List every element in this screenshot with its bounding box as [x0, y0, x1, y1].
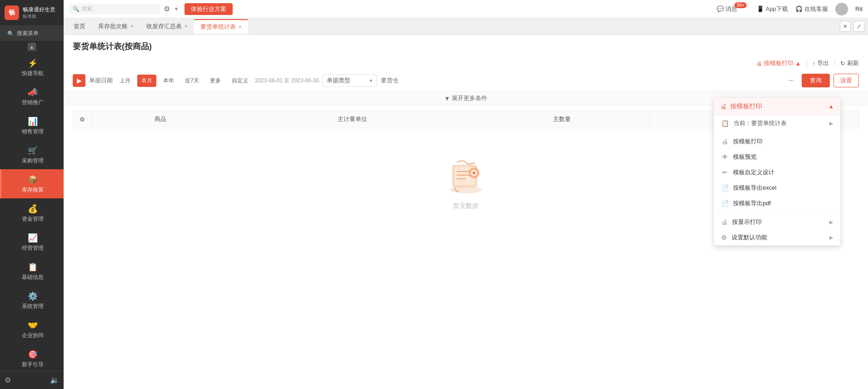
sound-icon[interactable]: 🔉: [50, 376, 59, 384]
settings-icon[interactable]: ⚙: [5, 376, 11, 384]
tab-maximize-btn[interactable]: ⤢: [853, 21, 864, 32]
user-avatar[interactable]: [835, 3, 848, 15]
refresh-icon: ↻: [840, 60, 845, 67]
col-settings[interactable]: ⚙: [73, 111, 91, 128]
template-preview-icon: 👁: [721, 153, 728, 161]
refresh-link[interactable]: ↻ 刷新: [840, 59, 859, 67]
cooperation-icon: 🤝: [28, 320, 38, 330]
sales-icon: 📊: [28, 116, 38, 126]
order-type-section: 单据类型 ▼: [323, 74, 377, 87]
tab-receipt-summary[interactable]: 收发存汇总表 ×: [140, 20, 194, 33]
app-logo-text: 畅康通好生意 标准版: [23, 6, 55, 20]
online-support-area[interactable]: 🎧 在线客服: [795, 5, 828, 13]
date-current-month-btn[interactable]: 本月: [137, 75, 156, 87]
dropdown-template-export-excel[interactable]: 📄 按模板导出excel: [714, 180, 840, 196]
date-custom-btn[interactable]: 自定义: [228, 75, 252, 87]
tab-close-inventory-batch[interactable]: ×: [130, 23, 134, 30]
divider2: [834, 60, 835, 67]
purchase-icon: 🛒: [28, 146, 38, 156]
sidebar-item-inventory[interactable]: 📦 库存核算: [0, 169, 64, 198]
page-header: 要货单统计表(按商品): [64, 35, 868, 56]
app-download-area[interactable]: 📱 App下载: [757, 5, 788, 13]
top-action-row: 🖨 按模板打印 ▲ ↑ 导出 ↻ 刷新: [64, 56, 868, 70]
dropdown-header[interactable]: 🖨 按模板打印 ▲: [714, 98, 840, 116]
dropdown-template-preview[interactable]: 👁 模板预览: [714, 149, 840, 165]
sidebar-item-basic[interactable]: 📋 基础信息: [0, 257, 64, 286]
topbar-gear-icon[interactable]: ⚙: [164, 5, 170, 13]
sidebar-logo: 畅 畅康通好生意 标准版: [0, 0, 64, 26]
sidebar-item-operation[interactable]: 📈 经营管理: [0, 227, 64, 257]
app-logo-icon: 畅: [5, 5, 19, 20]
tab-inventory-batch[interactable]: 库存批次账 ×: [92, 20, 140, 33]
col-unit: 主计量单位: [230, 111, 475, 128]
message-area[interactable]: 💬 消息 99+: [717, 5, 749, 13]
expand-icon: ▼: [444, 95, 450, 102]
sidebar-item-system[interactable]: ⚙️ 系统管理: [0, 286, 64, 315]
scroll-up-button[interactable]: ▲: [28, 43, 36, 51]
topbar-search[interactable]: 🔍 搜索: [69, 4, 160, 14]
date-current-year-btn[interactable]: 本年: [159, 75, 178, 87]
template-excel-icon: 📄: [721, 184, 728, 192]
topbar-username: Rit: [855, 5, 863, 12]
operation-icon: 📈: [28, 233, 38, 243]
sidebar-search[interactable]: 🔍 搜索菜单: [0, 26, 64, 41]
set-default-icon: ⚙: [721, 234, 727, 241]
select-arrow-icon: ▼: [369, 78, 373, 83]
inventory-icon: 📦: [28, 175, 38, 185]
display-print-icon: 🖨: [721, 218, 728, 226]
set-default-arrow: ▶: [829, 235, 833, 241]
query-button[interactable]: 查询: [802, 74, 830, 87]
current-template-item[interactable]: 📋 当前：要货单统计表 ▶: [714, 116, 840, 131]
sidebar-item-cooperation[interactable]: 🤝 企业协同: [0, 315, 64, 344]
dropdown-set-default[interactable]: ⚙ 设置默认功能 ▶: [714, 230, 840, 245]
dropdown-display-print[interactable]: 🖨 按显示打印 ▶: [714, 214, 840, 230]
tab-home[interactable]: 首页: [67, 20, 92, 33]
sidebar-item-purchase[interactable]: 🛒 采购管理: [0, 140, 64, 169]
print-dropdown: 🖨 按模板打印 ▲ 📋 当前：要货单统计表 ▶ 🖨 按模板打印: [713, 97, 841, 246]
date-more-btn[interactable]: 更多: [206, 75, 225, 87]
date-range: 2023-06-01 至 2023-06-30: [255, 77, 319, 85]
date-label: 单据日期: [89, 76, 113, 85]
order-type-select[interactable]: 单据类型 ▼: [323, 74, 377, 87]
dropdown-template-export-pdf[interactable]: 📄 按模板导出pdf: [714, 196, 840, 211]
template-custom-icon: ✏: [721, 169, 728, 176]
topbar: 🔍 搜索 ⚙ ▼ 体验行业方案 💬 消息 99+ 📱 App下载 🎧 在线客服: [64, 0, 868, 18]
dropdown-template-custom[interactable]: ✏ 模板自定义设计: [714, 165, 840, 180]
tab-order-stats[interactable]: 要货单统计表 ×: [194, 19, 248, 34]
tab-close-all-btn[interactable]: ✕: [840, 21, 851, 32]
quick-nav-icon: ⚡: [28, 58, 38, 68]
date-last7-btn[interactable]: 近7天: [181, 75, 203, 87]
sidebar-item-quick-nav[interactable]: ⚡ 快捷导航: [0, 53, 64, 82]
tab-bar: 首页 库存批次账 × 收发存汇总表 × 要货单统计表 × ✕ ⤢: [64, 18, 868, 35]
app-download-icon: 📱: [757, 5, 764, 12]
print-template-link[interactable]: 🖨 按模板打印 ▲: [756, 59, 801, 67]
dropdown-main-section: 🖨 按模板打印 👁 模板预览 ✏ 模板自定义设计 📄 按模板导出excel 📄: [714, 131, 840, 214]
sidebar-item-marketing[interactable]: 📣 营销推广: [0, 82, 64, 111]
template-print-icon: 🖨: [721, 138, 728, 145]
tabs-actions: ✕ ⤢: [840, 21, 864, 32]
sidebar-nav: ▲ ⚡ 快捷导航 📣 营销推广 📊 销售管理 🛒 采购管理 📦 库存核算 💰 资…: [0, 41, 64, 371]
trial-btn[interactable]: 体验行业方案: [185, 3, 233, 15]
current-template-arrow: ▶: [829, 121, 833, 126]
main-content: 🔍 搜索 ⚙ ▼ 体验行业方案 💬 消息 99+ 📱 App下载 🎧 在线客服: [64, 0, 868, 389]
template-pdf-icon: 📄: [721, 200, 728, 207]
sidebar-item-sales[interactable]: 📊 销售管理: [0, 111, 64, 140]
headset-icon: 🎧: [795, 5, 803, 12]
sidebar-item-newbie[interactable]: 🎯 新手引导: [0, 344, 64, 371]
toolbar-expand-btn[interactable]: ▶: [73, 74, 85, 87]
settings-button[interactable]: 设置: [833, 74, 859, 87]
sidebar-item-finance[interactable]: 💰 资金管理: [0, 198, 64, 227]
more-options-btn[interactable]: ···: [785, 75, 798, 86]
finance-icon: 💰: [28, 204, 38, 214]
dropdown-template-print[interactable]: 🖨 按模板打印: [714, 134, 840, 149]
toolbar: ▶ 单据日期 上月 本月 本年 近7天 更多 自定义 2023-06-01 至 …: [64, 70, 868, 91]
divider: [807, 60, 807, 67]
tab-close-order-stats[interactable]: ×: [239, 24, 242, 30]
require-goods-section: 要货仓: [381, 76, 399, 85]
date-prev-month-btn[interactable]: 上月: [115, 75, 135, 87]
export-link[interactable]: ↑ 导出: [813, 59, 829, 67]
col-quantity: 主数量: [475, 111, 649, 128]
tab-close-receipt-summary[interactable]: ×: [185, 23, 188, 30]
topbar-search-icon: 🔍: [73, 6, 80, 12]
newbie-icon: 🎯: [28, 349, 38, 359]
